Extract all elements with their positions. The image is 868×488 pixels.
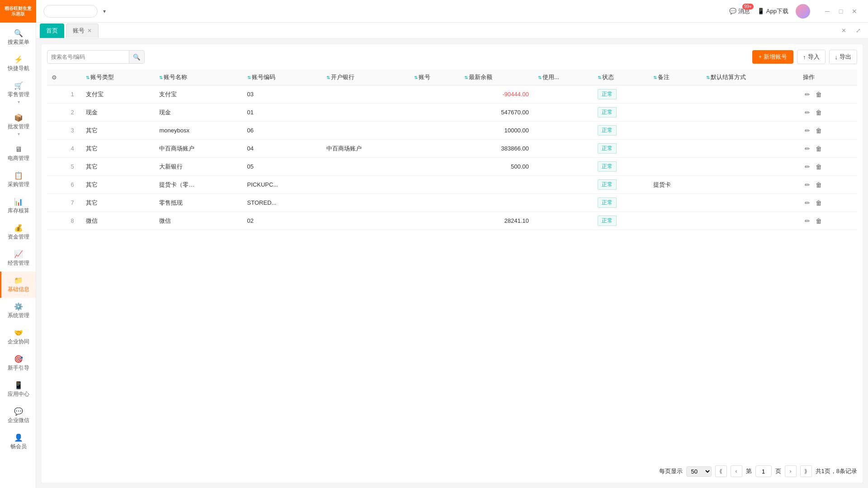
sidebar-item-wholesale[interactable]: 📦 批发管理 ▾ xyxy=(0,109,36,141)
search-box: 🔍 xyxy=(47,50,145,64)
cell-status: 正常 xyxy=(593,194,649,212)
next-page-button[interactable]: › xyxy=(785,465,797,477)
sidebar-item-ecommerce[interactable]: 🖥 电商管理 xyxy=(0,141,36,167)
th-status[interactable]: ⇅状态 xyxy=(593,70,649,85)
cell-remark xyxy=(649,122,702,140)
tab-close-icon[interactable]: ✕ xyxy=(837,24,850,37)
first-page-button[interactable]: ⟪ xyxy=(715,465,727,477)
edit-button[interactable]: ✏ xyxy=(803,108,812,117)
delete-button[interactable]: 🗑 xyxy=(814,180,824,189)
edit-button[interactable]: ✏ xyxy=(803,90,812,99)
th-bank[interactable]: ⇅开户银行 xyxy=(322,70,410,85)
sidebar-item-quick-nav[interactable]: ⚡ 快捷导航 xyxy=(0,51,36,77)
message-button[interactable]: 💬 消息 99+ xyxy=(729,7,750,15)
purchase-icon: 📋 xyxy=(14,171,23,180)
sidebar-item-finance[interactable]: 💰 资金管理 xyxy=(0,219,36,245)
th-type[interactable]: ⇅账号类型 xyxy=(81,70,155,85)
th-remark[interactable]: ⇅备注 xyxy=(649,70,702,85)
account-search-input[interactable] xyxy=(47,54,129,60)
cell-code: 04 xyxy=(243,140,322,158)
cell-num: 7 xyxy=(63,194,81,212)
sort-icon-remark: ⇅ xyxy=(653,75,657,80)
cell-balance: -90444.00 xyxy=(460,85,533,103)
th-usage[interactable]: ⇅使用... xyxy=(533,70,593,85)
sidebar-item-label: 新手引导 xyxy=(8,364,29,372)
page-suffix: 页 xyxy=(775,467,781,475)
cell-account xyxy=(410,122,460,140)
edit-button[interactable]: ✏ xyxy=(803,198,812,207)
export-icon: ↓ xyxy=(835,54,838,61)
delete-button[interactable]: 🗑 xyxy=(814,126,824,135)
search-button[interactable]: 🔍 xyxy=(129,50,144,64)
minimize-button[interactable]: ─ xyxy=(821,5,834,18)
sidebar-item-retail[interactable]: 🛒 零售管理 ▾ xyxy=(0,77,36,109)
message-badge: 99+ xyxy=(742,4,754,9)
cell-action: ✏ 🗑 xyxy=(798,85,857,103)
th-account[interactable]: ⇅账号 xyxy=(410,70,460,85)
cell-action: ✏ 🗑 xyxy=(798,176,857,194)
sidebar-item-enterprise-agreement[interactable]: 🤝 企业协同 xyxy=(0,324,36,350)
avatar[interactable] xyxy=(796,4,810,19)
delete-button[interactable]: 🗑 xyxy=(814,90,824,99)
sidebar-item-purchase[interactable]: 📋 采购管理 xyxy=(0,167,36,193)
th-settlement[interactable]: ⇅默认结算方式 xyxy=(702,70,798,85)
delete-button[interactable]: 🗑 xyxy=(814,144,824,153)
cell-bank xyxy=(322,103,410,122)
page-size-select[interactable]: 50 100 200 xyxy=(686,466,712,477)
status-badge: 正常 xyxy=(598,107,617,117)
tab-home[interactable]: 首页 xyxy=(40,23,64,38)
delete-button[interactable]: 🗑 xyxy=(814,108,824,117)
tab-account[interactable]: 账号 ✕ xyxy=(66,23,99,38)
cell-remark: 提货卡 xyxy=(649,176,702,194)
th-balance[interactable]: ⇅最新余额 xyxy=(460,70,533,85)
sidebar-item-enterprise-wechat[interactable]: 💬 企业微信 xyxy=(0,403,36,429)
sidebar-item-app-center[interactable]: 📱 应用中心 xyxy=(0,376,36,403)
sidebar-item-inventory[interactable]: 📊 库存核算 xyxy=(0,193,36,219)
cell-account xyxy=(410,85,460,103)
sidebar-item-search-menu[interactable]: 🔍 搜索菜单 xyxy=(0,24,36,51)
account-tab-close-icon[interactable]: ✕ xyxy=(87,28,92,33)
cell-account xyxy=(410,103,460,122)
th-name[interactable]: ⇅账号名称 xyxy=(155,70,242,85)
column-settings-icon[interactable]: ⚙ xyxy=(52,74,57,81)
dropdown-arrow-icon[interactable]: ▾ xyxy=(103,8,106,14)
cell-name: 微信 xyxy=(155,212,242,230)
sidebar-item-basic-info[interactable]: 📁 基础信息 xyxy=(0,272,36,298)
sidebar-item-member[interactable]: 👤 畅会员 xyxy=(0,429,36,455)
maximize-button[interactable]: □ xyxy=(835,5,847,18)
prev-page-button[interactable]: ‹ xyxy=(731,465,742,477)
cell-name: 现金 xyxy=(155,103,242,122)
edit-button[interactable]: ✏ xyxy=(803,216,812,225)
add-account-button[interactable]: + 新增账号 xyxy=(752,50,793,64)
last-page-button[interactable]: ⟫ xyxy=(800,465,812,477)
pagination: 每页显示 50 100 200 ⟪ ‹ 第 页 › ⟫ 共1页，8条记录 xyxy=(47,465,857,477)
edit-button[interactable]: ✏ xyxy=(803,162,812,171)
message-icon: 💬 xyxy=(729,8,736,14)
sidebar-item-new-guide[interactable]: 🎯 新手引导 xyxy=(0,350,36,376)
delete-button[interactable]: 🗑 xyxy=(814,216,824,225)
sidebar-item-operations[interactable]: 📈 经营管理 xyxy=(0,245,36,272)
quick-nav-icon: ⚡ xyxy=(14,55,23,64)
tab-expand-icon[interactable]: ⤢ xyxy=(852,24,864,37)
cell-account xyxy=(410,158,460,176)
cell-action: ✏ 🗑 xyxy=(798,194,857,212)
app-download-button[interactable]: 📱 App下载 xyxy=(757,7,788,15)
edit-button[interactable]: ✏ xyxy=(803,144,812,153)
tab-bar: 首页 账号 ✕ ✕ ⤢ xyxy=(36,23,868,39)
export-button[interactable]: ↓ 导出 xyxy=(829,50,858,64)
top-search-input[interactable] xyxy=(43,5,98,18)
cell-code: 02 xyxy=(243,212,322,230)
sidebar-item-system[interactable]: ⚙️ 系统管理 xyxy=(0,298,36,324)
delete-button[interactable]: 🗑 xyxy=(814,162,824,171)
sidebar-item-label: 系统管理 xyxy=(8,312,29,319)
edit-button[interactable]: ✏ xyxy=(803,180,812,189)
per-page-label: 每页显示 xyxy=(659,467,683,475)
edit-button[interactable]: ✏ xyxy=(803,126,812,135)
sidebar-item-label: 企业协同 xyxy=(8,338,29,346)
page-input[interactable] xyxy=(755,465,772,477)
import-button[interactable]: ↑ 导入 xyxy=(797,50,826,64)
close-button[interactable]: ✕ xyxy=(848,5,861,18)
cell-type: 其它 xyxy=(81,176,155,194)
th-code[interactable]: ⇅账号编码 xyxy=(243,70,322,85)
delete-button[interactable]: 🗑 xyxy=(814,198,824,207)
